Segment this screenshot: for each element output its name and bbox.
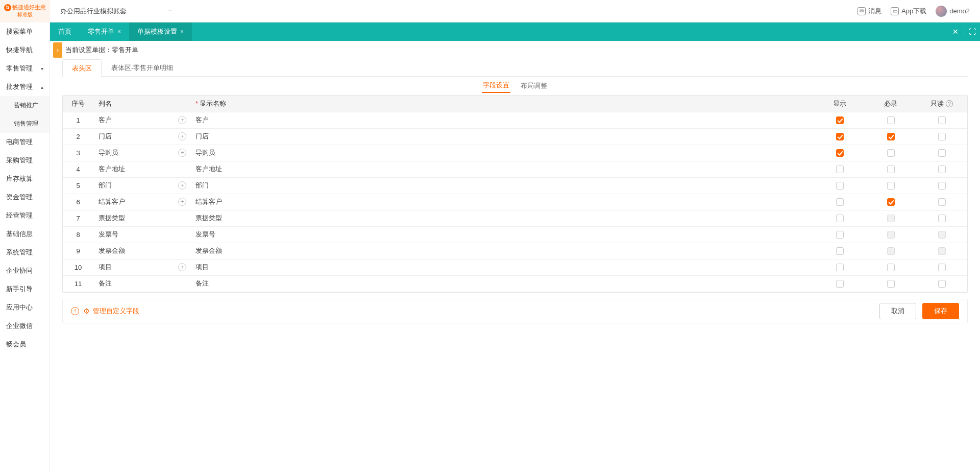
cell-display-name[interactable]: 客户地址	[190, 161, 814, 177]
checkbox-required[interactable]	[887, 182, 895, 190]
checkbox-readonly[interactable]	[938, 149, 946, 157]
checkbox-required[interactable]	[887, 166, 895, 173]
checkbox-required[interactable]	[887, 149, 895, 157]
account-set-selector[interactable]: 办公用品行业模拟账套 ﹀	[60, 7, 173, 16]
sidebar-item[interactable]: 系统管理	[0, 243, 50, 262]
sidebar-item[interactable]: 畅会员	[0, 335, 50, 353]
sidebar-subitem[interactable]: 销售管理	[0, 114, 50, 133]
sidebar-item[interactable]: 批发管理▴	[0, 78, 50, 96]
app-download-button[interactable]: ▭ App下载	[891, 7, 926, 16]
cell-display-name[interactable]: 票据类型	[190, 210, 814, 226]
checkbox-show[interactable]	[836, 247, 844, 255]
add-icon[interactable]: +	[178, 116, 186, 124]
banner-collapse-handle[interactable]: ›	[53, 42, 62, 58]
cell-display-name[interactable]: 发票号	[190, 226, 814, 243]
cell-display-name[interactable]: 门店	[190, 128, 814, 145]
checkbox-required[interactable]	[887, 198, 895, 206]
page-tab[interactable]: 首页	[50, 22, 80, 41]
checkbox-readonly	[938, 247, 946, 255]
cell-show	[814, 177, 865, 194]
save-button[interactable]: 保存	[922, 303, 959, 319]
checkbox-required[interactable]	[887, 264, 895, 271]
cell-seq: 1	[63, 112, 93, 128]
avatar	[936, 6, 947, 17]
checkbox-readonly[interactable]	[938, 133, 946, 140]
sidebar-item[interactable]: 资金管理	[0, 188, 50, 206]
sidebar-item[interactable]: 新手引导	[0, 280, 50, 298]
add-icon[interactable]: +	[178, 132, 186, 140]
checkbox-show[interactable]	[836, 264, 844, 271]
checkbox-show[interactable]	[836, 280, 844, 288]
help-icon[interactable]: ?	[946, 100, 953, 107]
checkbox-required[interactable]	[887, 133, 895, 140]
checkbox-readonly[interactable]	[938, 280, 946, 288]
checkbox-required[interactable]	[887, 116, 895, 124]
sidebar-item[interactable]: 经营管理	[0, 206, 50, 225]
sidebar-item[interactable]: 库存核算	[0, 170, 50, 188]
cell-show	[814, 161, 865, 177]
add-icon[interactable]: +	[178, 198, 186, 206]
checkbox-show[interactable]	[836, 116, 844, 124]
sidebar-item-label: 批发管理	[6, 82, 33, 91]
cell-readonly	[916, 210, 967, 226]
sidebar-item-label: 零售管理	[6, 64, 33, 73]
warning-icon: !	[71, 307, 79, 315]
page-tab[interactable]: 单据模板设置×	[129, 22, 192, 41]
cancel-button[interactable]: 取消	[879, 303, 916, 319]
sidebar-item[interactable]: 搜索菜单	[0, 22, 50, 41]
close-all-tabs-button[interactable]: ✕	[947, 28, 964, 36]
zone-tab-body[interactable]: 表体区-零售开单明细	[102, 59, 183, 76]
cell-display-name[interactable]: 发票金额	[190, 243, 814, 259]
cell-show	[814, 259, 865, 275]
sidebar-item[interactable]: 零售管理▾	[0, 59, 50, 78]
sidebar-item[interactable]: 采购管理	[0, 151, 50, 170]
cell-display-name[interactable]: 导购员	[190, 145, 814, 161]
sidebar-item[interactable]: 快捷导航	[0, 41, 50, 59]
checkbox-readonly[interactable]	[938, 264, 946, 271]
brand-edition: 标准版	[17, 11, 33, 18]
messages-button[interactable]: ✉ 消息	[857, 7, 881, 16]
fullscreen-button[interactable]: ⛶	[964, 28, 980, 36]
checkbox-readonly[interactable]	[938, 182, 946, 190]
sidebar-item[interactable]: 电商管理	[0, 133, 50, 151]
cell-required	[865, 275, 916, 292]
checkbox-required[interactable]	[887, 280, 895, 288]
checkbox-show[interactable]	[836, 198, 844, 206]
add-icon[interactable]: +	[178, 149, 186, 157]
mode-tab-layout[interactable]: 布局调整	[520, 79, 548, 92]
sidebar-item-label: 快捷导航	[6, 45, 33, 55]
checkbox-readonly[interactable]	[938, 198, 946, 206]
sidebar-item[interactable]: 应用中心	[0, 298, 50, 317]
close-icon[interactable]: ×	[117, 28, 121, 35]
sidebar-item[interactable]: 基础信息	[0, 225, 50, 243]
mode-tab-fields[interactable]: 字段设置	[482, 79, 510, 93]
checkbox-show[interactable]	[836, 182, 844, 190]
manage-custom-fields-link[interactable]: 管理自定义字段	[93, 306, 139, 316]
cell-display-name[interactable]: 部门	[190, 177, 814, 194]
sidebar-item[interactable]: 企业协同	[0, 262, 50, 280]
user-menu[interactable]: demo2	[936, 6, 970, 17]
sidebar-item[interactable]: 企业微信	[0, 317, 50, 335]
checkbox-readonly[interactable]	[938, 116, 946, 124]
cell-readonly	[916, 259, 967, 275]
checkbox-readonly[interactable]	[938, 166, 946, 173]
cell-display-name[interactable]: 备注	[190, 275, 814, 292]
close-icon[interactable]: ×	[180, 28, 184, 35]
cell-display-name[interactable]: 项目	[190, 259, 814, 275]
cell-display-name[interactable]: 客户	[190, 112, 814, 128]
brand-logo[interactable]: b 畅捷通好生意 标准版	[0, 0, 50, 22]
zone-tab-header[interactable]: 表头区	[62, 59, 102, 77]
checkbox-show[interactable]	[836, 149, 844, 157]
cell-column-name: 部门+	[93, 177, 190, 194]
sidebar-subitem[interactable]: 营销推广	[0, 96, 50, 114]
page-tab[interactable]: 零售开单×	[80, 22, 129, 41]
add-icon[interactable]: +	[178, 181, 186, 190]
gear-icon: ⚙	[83, 307, 90, 315]
checkbox-show[interactable]	[836, 215, 844, 222]
checkbox-readonly[interactable]	[938, 215, 946, 222]
checkbox-show[interactable]	[836, 231, 844, 239]
cell-display-name[interactable]: 结算客户	[190, 194, 814, 210]
add-icon[interactable]: +	[178, 263, 186, 271]
checkbox-show[interactable]	[836, 133, 844, 140]
checkbox-show[interactable]	[836, 166, 844, 173]
